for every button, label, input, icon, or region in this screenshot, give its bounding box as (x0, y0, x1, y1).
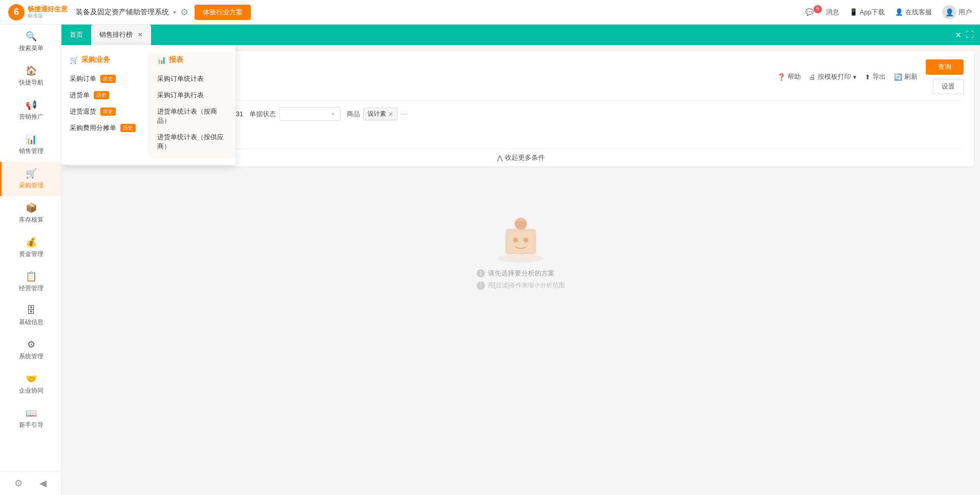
purchase-order-exec-item[interactable]: 采购订单执行表 (157, 87, 228, 103)
online-service-action[interactable]: 👤 在线客服 (895, 8, 932, 17)
purchase-order-stats-item[interactable]: 采购订单统计表 (157, 71, 228, 87)
footer-settings-icon[interactable]: ⚙ (14, 478, 23, 489)
sidebar-item-finance[interactable]: 💰 资金管理 (0, 230, 61, 265)
empty-hint1: 请先选择要分析的方案 (488, 269, 555, 278)
sidebar-item-system[interactable]: ⚙ 系统管理 (0, 333, 61, 367)
sidebar: 🔍 搜索菜单 🏠 快捷导航 📢 营销推广 📊 销售管理 🛒 采购管理 📦 库存核… (0, 25, 61, 495)
stock-in-stats-supplier-item[interactable]: 进货单统计表（按供应商） (157, 129, 228, 155)
sys-dropdown-arrow[interactable]: ▾ (173, 9, 176, 16)
purchase-col-label: 采购业务 (81, 55, 110, 64)
sidebar-item-quick[interactable]: 🏠 快捷导航 (0, 59, 61, 93)
user-action[interactable]: 👤 用户 (942, 5, 972, 19)
sidebar-item-label: 搜索菜单 (19, 44, 44, 53)
tab-expand-icon[interactable]: ⛶ (966, 30, 974, 39)
trial-button[interactable]: 体验行业方案 (195, 5, 251, 20)
dropdown-report-col: 📊 报表 采购订单统计表 采购订单执行表 进货单统计表（按商品） 进货单统计表（… (149, 51, 236, 159)
help-action[interactable]: ❓ 帮助 (777, 72, 801, 81)
service-icon: 👤 (895, 8, 903, 16)
sidebar-item-label: 新手引导 (19, 421, 44, 429)
app-label: App下载 (860, 8, 885, 17)
footer-collapse-icon[interactable]: ◀ (39, 478, 47, 489)
purchase-order-item[interactable]: 采购订单 历史 (70, 71, 140, 87)
sidebar-item-sales[interactable]: 📊 销售管理 (0, 127, 61, 162)
purchase-order-label: 采购订单 (70, 74, 96, 83)
goods-tag-text: 设计素 (368, 110, 386, 118)
sidebar-item-label: 快捷导航 (19, 78, 44, 87)
operations-icon: 📋 (26, 271, 37, 282)
message-label: 消息 (826, 8, 839, 17)
top-header: 6 畅捷通好生意 标准版 装备及固定资产辅助管理系统 ▾ ⚙ 体验行业方案 💬 … (0, 0, 980, 25)
sidebar-item-label: 经营管理 (19, 284, 44, 293)
hint2-num: 2 (477, 282, 485, 290)
procurement-icon: 🛒 (26, 168, 37, 179)
sidebar-item-label: 基础信息 (19, 318, 44, 327)
status-filter: 单据状态 ▾ (249, 107, 340, 121)
sys-title-area: 装备及固定资产辅助管理系统 ▾ ⚙ (76, 7, 188, 18)
sidebar-item-label: 资金管理 (19, 250, 44, 259)
content-area: 首页 销售排行榜 ✕ ✕ ⛶ ❓ 帮助 (61, 25, 980, 495)
svg-point-6 (523, 238, 528, 243)
refresh-action[interactable]: 🔄 刷新 (894, 72, 918, 81)
stock-in-item[interactable]: 进货单 历史 (70, 87, 140, 103)
tab-home[interactable]: 首页 (61, 25, 91, 45)
app-download-action[interactable]: 📱 App下载 (849, 8, 885, 17)
purchase-order-stats-label: 采购订单统计表 (157, 74, 204, 83)
message-action[interactable]: 💬 9 消息 (805, 8, 839, 17)
tab-close-window-icon[interactable]: ✕ (955, 30, 962, 40)
sidebar-item-basic[interactable]: 🗄 基础信息 (0, 299, 61, 333)
sidebar-item-inventory[interactable]: 📦 库存核算 (0, 196, 61, 230)
svg-rect-4 (516, 221, 526, 228)
goods-filter: 商品 设计素 ✕ ··· (347, 107, 408, 120)
purchase-col-title: 🛒 采购业务 (70, 55, 140, 64)
message-icon: 💬 (805, 8, 814, 16)
stock-in-stats-goods-item[interactable]: 进货单统计表（按商品） (157, 103, 228, 129)
sidebar-item-enterprise[interactable]: 🤝 企业协同 (0, 367, 61, 401)
tab-sales-ranking-label: 销售排行榜 (99, 30, 133, 39)
phone-icon: 📱 (849, 8, 858, 16)
tab-close-icon[interactable]: ✕ (138, 31, 143, 38)
sidebar-item-label: 营销推广 (19, 113, 44, 121)
sidebar-item-marketing[interactable]: 📢 营销推广 (0, 93, 61, 127)
status-select[interactable]: ▾ (279, 107, 340, 121)
sidebar-item-newbie[interactable]: 📖 新手引导 (0, 401, 61, 436)
export-action[interactable]: ⬆ 导出 (865, 72, 886, 81)
collapse-up-icon: ⋀ (497, 154, 503, 162)
sidebar-item-search[interactable]: 🔍 搜索菜单 (0, 25, 61, 59)
logo-title: 畅捷通好生意 (28, 5, 68, 13)
goods-more-icon[interactable]: ··· (401, 110, 408, 119)
tab-sales-ranking[interactable]: 销售排行榜 ✕ (91, 25, 151, 45)
collapse-label: 收起更多条件 (505, 153, 545, 162)
purchase-expense-item[interactable]: 采购费用分摊单 历史 (70, 120, 140, 136)
header-right: 💬 9 消息 📱 App下载 👤 在线客服 👤 用户 (805, 5, 972, 19)
hint1-num: 1 (477, 269, 485, 277)
export-icon: ⬆ (865, 73, 870, 81)
sys-title: 装备及固定资产辅助管理系统 (76, 8, 169, 17)
goods-tag-close-icon[interactable]: ✕ (388, 111, 393, 118)
logo-sub: 标准版 (28, 13, 68, 19)
sidebar-item-label: 库存核算 (19, 216, 44, 224)
marketing-icon: 📢 (26, 99, 37, 111)
empty-state: 1 请先选择要分析的方案 2 用[过滤]条件来缩小分析范围 (61, 173, 980, 331)
empty-hint2: 用[过滤]条件来缩小分析范围 (488, 281, 565, 290)
user-label: 用户 (958, 8, 972, 17)
sidebar-item-procurement[interactable]: 🛒 采购管理 (0, 162, 61, 196)
stock-in-history: 历史 (94, 91, 109, 99)
sys-settings-icon[interactable]: ⚙ (180, 7, 188, 18)
header-left: 6 畅捷通好生意 标准版 装备及固定资产辅助管理系统 ▾ ⚙ 体验行业方案 (8, 4, 251, 20)
stock-return-item[interactable]: 进货退货 历史 (70, 103, 140, 120)
help-label: 帮助 (787, 72, 801, 81)
enterprise-icon: 🤝 (26, 373, 37, 384)
export-label: 导出 (872, 72, 886, 81)
print-action[interactable]: 🖨 按模板打印 ▾ (809, 72, 857, 81)
procurement-dropdown: 🛒 采购业务 采购订单 历史 进货单 历史 进货退货 历史 (61, 45, 236, 165)
logo-icon: 6 (8, 4, 25, 20)
svg-point-0 (498, 254, 544, 263)
settings-button[interactable]: 设置 (933, 79, 964, 94)
goods-label: 商品 (347, 110, 360, 119)
stock-in-stats-supplier-label: 进货单统计表（按供应商） (157, 133, 228, 151)
stock-return-label: 进货退货 (70, 107, 96, 116)
stock-in-stats-goods-label: 进货单统计表（按商品） (157, 107, 228, 125)
purchase-expense-label: 采购费用分摊单 (70, 123, 116, 133)
sidebar-item-operations[interactable]: 📋 经营管理 (0, 265, 61, 299)
query-button[interactable]: 查询 (926, 59, 964, 75)
